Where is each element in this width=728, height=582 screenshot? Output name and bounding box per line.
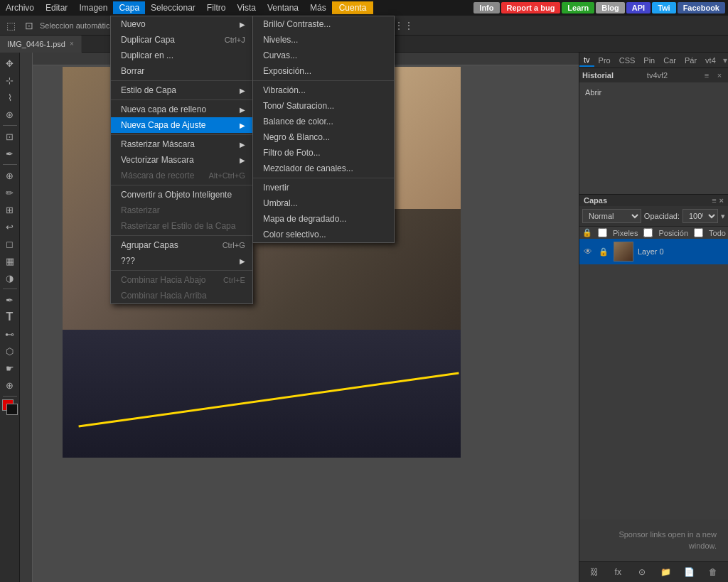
menu-vectorizar-mascara[interactable]: Vectorizar Mascara (111, 152, 252, 168)
submenu-umbral[interactable]: Umbral... (253, 195, 394, 211)
menu-nueva-capa-ajuste[interactable]: Nueva Capa de Ajuste (111, 117, 252, 133)
menu-capa[interactable]: Capa (113, 1, 145, 14)
historial-menu-icon[interactable]: ≡ (701, 70, 712, 81)
menu-editar[interactable]: Editar (40, 1, 73, 14)
ruler-vertical (20, 53, 33, 582)
menu-mas[interactable]: Más (304, 1, 332, 14)
report-bug-button[interactable]: Report a bug (501, 2, 561, 14)
capas-close-icon[interactable]: × (719, 196, 724, 205)
lasso-tool[interactable]: ⌇ (2, 90, 18, 105)
text-tool[interactable]: T (2, 309, 18, 325)
new-group-icon[interactable]: 📁 (658, 565, 673, 579)
clone-tool[interactable]: ⊞ (2, 202, 18, 217)
eraser-tool[interactable]: ◻ (2, 236, 18, 252)
menu-nueva-capa-relleno[interactable]: Nueva capa de relleno (111, 102, 252, 117)
submenu-exposicion[interactable]: Exposición... (253, 63, 394, 79)
layer-visibility-icon[interactable]: 👁 (582, 246, 594, 257)
submenu-vibracion[interactable]: Vibración... (253, 82, 394, 98)
menu-imagen[interactable]: Imagen (73, 1, 113, 14)
opacity-select[interactable]: 100% (682, 209, 718, 223)
menu-convertir-objeto[interactable]: Convertir a Objeto Inteligente (111, 187, 252, 203)
panel-tabs: tv Pro CSS Pin Car Pár vt4 ▾ (579, 53, 728, 68)
lock-pixels-check[interactable] (598, 228, 607, 237)
submenu-brillo[interactable]: Brillo/ Contraste... (253, 16, 394, 32)
layers-bottom-bar: ⛓ fx ⊙ 📁 📄 🗑 (579, 561, 728, 582)
menu-seleccionar[interactable]: Seleccionar (145, 1, 201, 14)
submenu-color-selectivo[interactable]: Color selectivo... (253, 227, 394, 242)
zoom-tool[interactable]: ⊕ (2, 377, 18, 393)
move-tool[interactable]: ✥ (2, 55, 18, 71)
add-style-icon[interactable]: fx (611, 565, 625, 579)
api-button[interactable]: API (626, 2, 651, 14)
historial-item-abrir[interactable]: Abrir (582, 85, 725, 99)
tool-select-icon[interactable]: ⬚ (3, 18, 18, 33)
add-mask-icon[interactable]: ⊙ (635, 565, 649, 579)
menu-archivo[interactable]: Archivo (0, 1, 40, 14)
blend-mode-select[interactable]: Normal (582, 209, 641, 223)
menu-estilo-capa[interactable]: Estilo de Capa (111, 82, 252, 98)
background-color[interactable] (6, 404, 18, 415)
brush-tool[interactable]: ✏ (2, 185, 18, 200)
panel-collapse-button[interactable]: ▾ (720, 54, 728, 67)
sponsor-area: Sponsor links open in a new window. (579, 519, 728, 561)
tab-img0446[interactable]: IMG_0446-1.psd × (0, 36, 82, 53)
panel-tab-car[interactable]: Car (659, 55, 680, 66)
magic-wand-tool[interactable]: ⊛ (2, 107, 18, 122)
menu-vista[interactable]: Vista (231, 1, 261, 14)
menu-nuevo[interactable]: Nuevo (111, 16, 252, 32)
panel-tab-pro[interactable]: Pro (594, 55, 615, 66)
submenu-mezclador[interactable]: Mezclador de canales... (253, 161, 394, 176)
submenu-filtro-foto[interactable]: Filtro de Foto... (253, 145, 394, 161)
heal-tool[interactable]: ⊕ (2, 168, 18, 183)
capas-menu-icon[interactable]: ≡ (712, 196, 716, 205)
layer-item[interactable]: 👁 🔒 Layer 0 (579, 239, 728, 264)
submenu-niveles[interactable]: Niveles... (253, 32, 394, 48)
color-picker[interactable] (2, 399, 18, 415)
submenu-curvas[interactable]: Curvas... (253, 48, 394, 63)
tool-options-icon[interactable]: ⊡ (21, 18, 37, 33)
eyedropper-tool[interactable]: ✒ (2, 146, 18, 161)
panel-tab-tv[interactable]: tv (579, 54, 594, 67)
path-tool[interactable]: ⊷ (2, 326, 18, 342)
lock-all-check[interactable] (694, 228, 703, 237)
info-button[interactable]: Info (473, 2, 499, 14)
panel-tab-vt4[interactable]: vt4 (701, 55, 720, 66)
delete-layer-icon[interactable]: 🗑 (706, 565, 720, 579)
panel-tab-css[interactable]: CSS (615, 55, 640, 66)
menu-questionmarks[interactable]: ??? (111, 253, 252, 269)
menu-duplicar-capa[interactable]: Duplicar Capa Ctrl+J (111, 32, 252, 48)
dodge-tool[interactable]: ◑ (2, 270, 18, 286)
menu-rasterizar-mascara[interactable]: Rasterizar Máscara (111, 136, 252, 152)
lock-position-check[interactable] (643, 228, 653, 237)
menu-duplicar-en[interactable]: Duplicar en ... (111, 48, 252, 63)
menu-ventana[interactable]: Ventana (262, 1, 304, 14)
gradient-tool[interactable]: ▦ (2, 253, 18, 269)
shape-tool[interactable]: ⬡ (2, 343, 18, 359)
historial-close-icon[interactable]: × (714, 70, 725, 81)
history-brush-tool[interactable]: ↩ (2, 219, 18, 235)
submenu-mapa-degradado[interactable]: Mapa de degradado... (253, 211, 394, 227)
pen-tool[interactable]: ✒ (2, 292, 18, 308)
tab-close-button[interactable]: × (70, 40, 74, 48)
panel-tab-pin[interactable]: Pin (639, 55, 659, 66)
opacity-arrow-icon[interactable]: ▾ (721, 212, 725, 221)
link-layers-icon[interactable]: ⛓ (587, 565, 601, 579)
menu-agrupar-capas[interactable]: Agrupar Capas Ctrl+G (111, 237, 252, 253)
historial-title: Historial (582, 71, 614, 80)
menu-borrar[interactable]: Borrar (111, 63, 252, 79)
submenu-negro-blanco[interactable]: Negro & Blanco... (253, 129, 394, 145)
submenu-tono[interactable]: Tono/ Saturacion... (253, 98, 394, 114)
hand-tool[interactable]: ☛ (2, 360, 18, 376)
submenu-invertir[interactable]: Invertir (253, 180, 394, 195)
panel-tab-par[interactable]: Pár (680, 55, 701, 66)
menu-cuenta[interactable]: Cuenta (332, 1, 374, 14)
select-tool[interactable]: ⊹ (2, 72, 18, 88)
menu-filtro[interactable]: Filtro (201, 1, 232, 14)
submenu-balance[interactable]: Balance de color... (253, 114, 394, 129)
facebook-button[interactable]: Facebook (678, 2, 725, 14)
learn-button[interactable]: Learn (562, 2, 594, 14)
twitter-button[interactable]: Twi (652, 2, 676, 14)
blog-button[interactable]: Blog (596, 2, 624, 14)
new-layer-icon[interactable]: 📄 (682, 565, 697, 579)
crop-tool[interactable]: ⊡ (2, 129, 18, 144)
